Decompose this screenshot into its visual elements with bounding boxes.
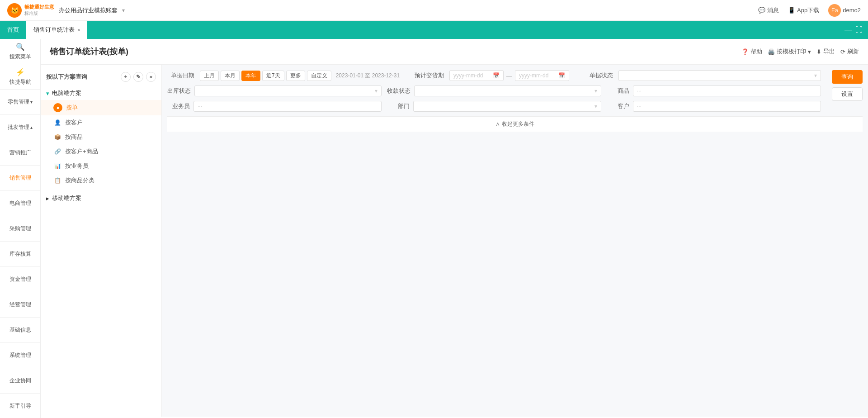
nav-tab-actions: — ⛶ xyxy=(844,26,868,34)
sidebar-item-base[interactable]: 基础信息 xyxy=(0,318,40,343)
btn-custom[interactable]: 自定义 xyxy=(307,71,331,81)
scheme-item-by-salesperson[interactable]: 📊 按业务员 xyxy=(41,159,161,173)
sidebar-item-ecommerce[interactable]: 电商管理 xyxy=(0,191,40,216)
minimize-btn[interactable]: — xyxy=(844,26,852,34)
sidebar-item-finance[interactable]: 资金管理 xyxy=(0,267,40,292)
mobile-group-label: 移动端方案 xyxy=(52,194,81,202)
collapse-label: 收起更多条件 xyxy=(502,121,534,127)
order-status-select[interactable]: ▾ xyxy=(618,70,821,81)
tab-close-btn[interactable]: × xyxy=(77,27,80,33)
filter-main: 单据日期 上月 本月 本年 近7天 更多 自定义 20 xyxy=(167,70,863,116)
btn-this-year[interactable]: 本年 xyxy=(241,71,260,81)
sidebar-item-purchase[interactable]: 采购管理 xyxy=(0,216,40,242)
page-header: 销售订单统计表(按单) ❓ 帮助 🖨️ 按模板打印 ▾ ⬇ 导出 ⟳ 刷新 xyxy=(41,39,868,65)
btn-more[interactable]: 更多 xyxy=(286,71,305,81)
date-end-placeholder: yyyy-mm-dd xyxy=(519,72,548,79)
sidebar-item-inventory[interactable]: 库存核算 xyxy=(0,242,40,267)
date-end-input[interactable]: yyyy-mm-dd 📅 xyxy=(515,70,569,81)
system-dropdown-btn[interactable]: ▾ xyxy=(122,7,125,14)
filter-container: 按以下方案查询 + ✎ « ▾ 电脑端方案 ● xyxy=(41,65,868,417)
scheme-panel: 按以下方案查询 + ✎ « ▾ 电脑端方案 ● xyxy=(41,65,162,417)
expected-delivery-label: 预计交货期 xyxy=(408,71,444,80)
scheme-panel-header: 按以下方案查询 + ✎ « xyxy=(41,69,161,85)
nav-tabs: 首页 销售订单统计表 × — ⛶ xyxy=(0,21,868,39)
message-btn[interactable]: 💬 消息 xyxy=(758,6,779,14)
scheme-group-pc: ▾ 电脑端方案 ● 按单 👤 按客户 📦 xyxy=(41,85,161,190)
product-dots: ··· xyxy=(637,88,642,94)
tab-order-stat[interactable]: 销售订单统计表 × xyxy=(26,21,87,39)
product-input[interactable]: ··· xyxy=(633,86,821,96)
query-btn[interactable]: 查询 xyxy=(832,70,863,84)
filter-row-date: 单据日期 上月 本月 本年 近7天 更多 自定义 20 xyxy=(167,70,821,81)
refresh-icon: ⟳ xyxy=(840,48,845,55)
sidebar-item-system[interactable]: 系统管理 xyxy=(0,343,40,368)
user-menu-btn[interactable]: Ea demo2 xyxy=(828,4,861,17)
scheme-add-btn[interactable]: + xyxy=(121,72,131,82)
sidebar-item-operation[interactable]: 经营管理 xyxy=(0,292,40,318)
scheme-header-label: 按以下方案查询 xyxy=(46,73,87,81)
sidebar-item-newbie[interactable]: 新手引导 xyxy=(0,394,40,418)
delivery-status-label: 出库状态 xyxy=(167,87,191,95)
btn-this-month[interactable]: 本月 xyxy=(221,71,240,81)
salesperson-input[interactable]: ··· xyxy=(193,101,382,112)
page-title: 销售订单统计表(按单) xyxy=(50,46,128,64)
sidebar-item-marketing[interactable]: 营销推广 xyxy=(0,140,40,166)
payment-status-select[interactable]: ▾ xyxy=(414,86,601,96)
collapse-bar[interactable]: ∧ 收起更多条件 xyxy=(167,116,863,132)
scheme-item-by-product[interactable]: 📦 按商品 xyxy=(41,130,161,144)
department-cell: 部门 ▾ xyxy=(387,101,601,112)
scheme-group-mobile: ▸ 移动端方案 xyxy=(41,190,161,207)
calendar-end-icon: 📅 xyxy=(558,72,565,79)
help-btn[interactable]: ❓ 帮助 xyxy=(741,48,762,56)
department-select[interactable]: ▾ xyxy=(413,101,601,112)
sidebar-item-quicknav[interactable]: ⚡ 快捷导航 xyxy=(0,64,40,90)
date-range-text: 2023-01-01 至 2023-12-31 xyxy=(336,72,400,80)
refresh-btn[interactable]: ⟳ 刷新 xyxy=(840,48,859,56)
scheme-item-by-customer[interactable]: 👤 按客户 xyxy=(41,115,161,130)
btn-last-7days[interactable]: 近7天 xyxy=(262,71,284,81)
sidebar-item-search[interactable]: 🔍 搜索菜单 xyxy=(0,39,40,64)
purchase-label: 采购管理 xyxy=(9,225,31,233)
scheme-item-by-order[interactable]: ● 按单 xyxy=(41,100,161,115)
department-label: 部门 xyxy=(387,102,410,110)
date-start-input[interactable]: yyyy-mm-dd 📅 xyxy=(449,70,504,81)
sidebar-item-retail[interactable]: 零售管理 ▾ xyxy=(0,90,40,115)
export-icon: ⬇ xyxy=(816,48,821,55)
btn-last-month[interactable]: 上月 xyxy=(200,71,219,81)
payment-status-cell: 收款状态 ▾ xyxy=(387,86,601,96)
scheme-label-by-cust-prod: 按客户+商品 xyxy=(65,147,98,156)
scheme-edit-btn[interactable]: ✎ xyxy=(133,72,143,82)
filter-row-status: 出库状态 ▾ 收款状态 ▾ xyxy=(167,86,821,96)
date-start-placeholder: yyyy-mm-dd xyxy=(453,72,483,79)
department-chevron: ▾ xyxy=(594,103,597,109)
sidebar-item-enterprise[interactable]: 企业协同 xyxy=(0,368,40,394)
sidebar-item-wholesale[interactable]: 批发管理 ▴ xyxy=(0,115,40,140)
scheme-collapse-btn[interactable]: « xyxy=(146,72,156,82)
customer-cell: 客户 ··· xyxy=(607,101,821,112)
export-btn[interactable]: ⬇ 导出 xyxy=(816,48,835,56)
retail-label: 零售管理 xyxy=(8,98,29,106)
scheme-group-pc-header[interactable]: ▾ 电脑端方案 xyxy=(41,86,161,100)
delivery-status-cell: 出库状态 ▾ xyxy=(167,86,382,96)
print-btn[interactable]: 🖨️ 按模板打印 ▾ xyxy=(768,48,811,56)
delivery-status-select[interactable]: ▾ xyxy=(194,86,382,96)
salesperson-cell: 业务员 ··· xyxy=(167,101,382,112)
filter-fields: 单据日期 上月 本月 本年 近7天 更多 自定义 20 xyxy=(167,70,821,116)
setting-btn[interactable]: 设置 xyxy=(832,87,863,101)
tab-home[interactable]: 首页 xyxy=(0,21,26,39)
active-dot-by-order: ● xyxy=(53,103,62,112)
sidebar-label-search: 搜索菜单 xyxy=(9,53,31,61)
scheme-item-by-category[interactable]: 📋 按商品分类 xyxy=(41,173,161,188)
scheme-group-mobile-header[interactable]: ▸ 移动端方案 xyxy=(41,191,161,205)
sidebar-item-sales[interactable]: 销售管理 xyxy=(0,166,40,191)
icon-by-product: 📦 xyxy=(53,133,61,141)
maximize-btn[interactable]: ⛶ xyxy=(855,26,863,34)
app-download-btn[interactable]: 📱 App下载 xyxy=(788,6,819,14)
newbie-label: 新手引导 xyxy=(9,402,31,410)
enterprise-label: 企业协同 xyxy=(9,377,31,385)
user-name-label: demo2 xyxy=(843,7,861,14)
scheme-item-by-cust-prod[interactable]: 🔗 按客户+商品 xyxy=(41,144,161,159)
main-layout: 🔍 搜索菜单 ⚡ 快捷导航 零售管理 ▾ 批发管理 ▴ 营销推广 销售管理 电商… xyxy=(0,39,868,418)
customer-input[interactable]: ··· xyxy=(633,101,821,112)
user-avatar: Ea xyxy=(828,4,841,17)
